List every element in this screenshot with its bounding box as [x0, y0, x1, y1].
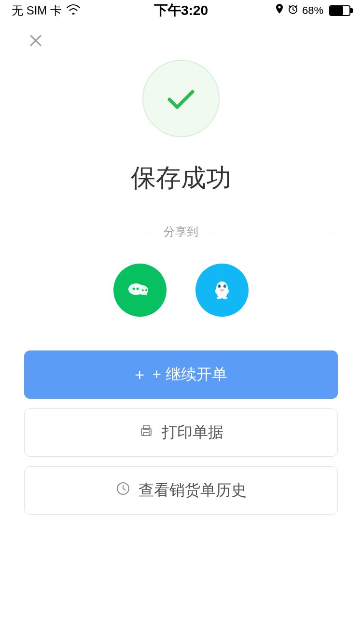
- share-divider: 分享到: [0, 224, 362, 239]
- continue-order-button[interactable]: + + 继续开单: [24, 350, 338, 399]
- battery-percent: 68%: [302, 4, 323, 17]
- print-button[interactable]: 打印单据: [24, 408, 338, 457]
- history-button[interactable]: 查看销货单历史: [24, 466, 338, 515]
- qq-share-button[interactable]: [195, 264, 249, 317]
- share-label: 分享到: [164, 224, 198, 239]
- close-button[interactable]: [24, 29, 47, 52]
- location-icon: [275, 4, 284, 17]
- svg-point-20: [223, 297, 227, 299]
- battery-icon: [329, 5, 350, 16]
- status-left: 无 SIM 卡: [12, 3, 80, 18]
- svg-point-5: [137, 288, 139, 290]
- svg-point-13: [220, 286, 221, 287]
- plus-icon: +: [135, 365, 144, 384]
- divider-line-left: [29, 232, 154, 232]
- printer-icon: [139, 423, 154, 442]
- main-content: 保存成功 分享到: [0, 21, 362, 515]
- continue-order-label: + 继续开单: [152, 364, 227, 385]
- alarm-icon: [288, 4, 298, 17]
- divider-line-right: [208, 232, 333, 232]
- svg-point-24: [149, 431, 151, 432]
- print-label: 打印单据: [162, 422, 223, 443]
- wifi-icon: [67, 4, 80, 17]
- svg-point-6: [142, 289, 144, 291]
- status-bar: 无 SIM 卡 下午3:20 68%: [0, 0, 362, 21]
- svg-point-4: [133, 288, 135, 290]
- svg-point-15: [220, 289, 224, 292]
- action-buttons: + + 继续开单 打印单据 查看销货单历史: [0, 350, 362, 515]
- status-right: 68%: [275, 4, 350, 17]
- svg-point-14: [224, 286, 225, 287]
- svg-point-19: [217, 297, 222, 299]
- svg-point-7: [145, 289, 147, 291]
- history-icon: [115, 481, 131, 500]
- success-icon-circle: [142, 60, 220, 137]
- no-sim-label: 无 SIM 卡: [12, 3, 62, 18]
- svg-rect-23: [143, 433, 149, 435]
- status-time: 下午3:20: [154, 1, 208, 20]
- history-label: 查看销货单历史: [139, 480, 247, 501]
- share-icons-container: [113, 264, 249, 317]
- success-title: 保存成功: [131, 161, 231, 195]
- wechat-share-button[interactable]: [113, 264, 167, 317]
